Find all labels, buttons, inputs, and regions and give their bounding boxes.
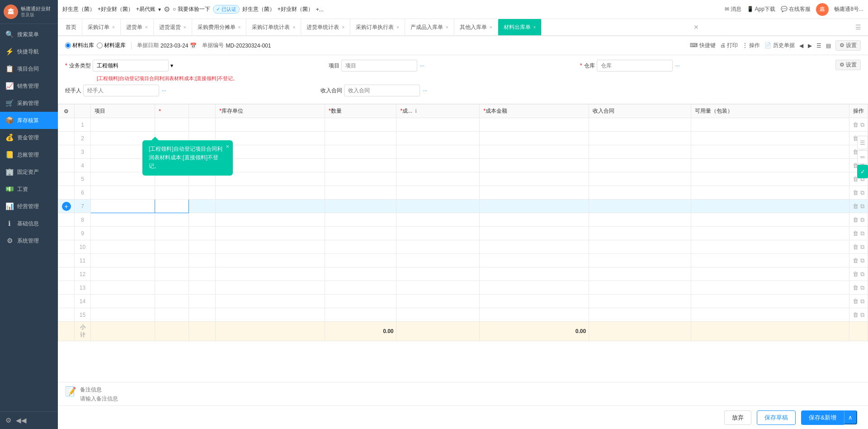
- tab-close-icon[interactable]: ×: [533, 25, 536, 30]
- cell-qty[interactable]: [325, 240, 396, 254]
- right-icon-2[interactable]: ✏: [857, 150, 868, 164]
- copy-icon[interactable]: ⧉: [860, 243, 864, 251]
- cell-income_contract[interactable]: [589, 200, 691, 213]
- cell-cost[interactable]: [396, 295, 480, 308]
- sidebar-item-basic-info[interactable]: ℹ 基础信息: [0, 215, 58, 232]
- cell-income_contract[interactable]: [589, 159, 691, 172]
- cell-material[interactable]: [155, 281, 189, 295]
- cell-cost[interactable]: [396, 186, 480, 200]
- sidebar-item-funds[interactable]: 💰 资金管理: [0, 129, 58, 146]
- topbar-settings-icon[interactable]: ⚙: [164, 5, 170, 14]
- cell-cost_amount[interactable]: [480, 240, 589, 254]
- cell-unit[interactable]: [216, 267, 325, 281]
- view-list-icon[interactable]: ☰: [816, 43, 821, 49]
- sidebar-item-system[interactable]: ⚙ 系统管理: [0, 232, 58, 249]
- cell-material[interactable]: [155, 267, 189, 281]
- cell-unit[interactable]: [216, 308, 325, 322]
- cell-cost_amount[interactable]: [480, 118, 589, 132]
- cell-material[interactable]: [155, 186, 189, 200]
- online-support-link[interactable]: 💬 在线客服: [781, 5, 811, 13]
- cell-unit[interactable]: [216, 254, 325, 267]
- cell-project[interactable]: [91, 295, 155, 308]
- tab-purchase-return[interactable]: 进货退货 ×: [154, 19, 192, 36]
- cell-qty[interactable]: [325, 200, 396, 213]
- cell-income_contract[interactable]: [589, 295, 691, 308]
- cell-qty[interactable]: [325, 132, 396, 145]
- cell-income_contract[interactable]: [589, 254, 691, 267]
- cell-project[interactable]: [91, 118, 155, 132]
- sidebar-item-payroll[interactable]: 💵 工资: [0, 181, 58, 198]
- sidebar-item-quick-nav[interactable]: ⚡ 快捷导航: [0, 43, 58, 60]
- sidebar-item-project[interactable]: 📋 项目合同: [0, 60, 58, 77]
- copy-icon[interactable]: ⧉: [860, 189, 864, 196]
- tab-product-inbound[interactable]: 产成品入库单 ×: [405, 19, 454, 36]
- cell-spec[interactable]: [189, 267, 216, 281]
- collapse-icon[interactable]: ◀◀: [16, 416, 27, 424]
- cell-qty[interactable]: [325, 267, 396, 281]
- cell-spec[interactable]: [189, 308, 216, 322]
- income-contract-input[interactable]: [344, 85, 420, 96]
- avatar[interactable]: 鑫: [816, 3, 829, 16]
- cell-cost_amount[interactable]: [480, 308, 589, 322]
- nav-prev-icon[interactable]: ◀: [799, 43, 803, 49]
- cell-unit[interactable]: [216, 240, 325, 254]
- tab-close-icon[interactable]: ×: [112, 25, 115, 30]
- delete-icon[interactable]: 🗑: [853, 298, 859, 305]
- message-link[interactable]: ✉ 消息: [725, 5, 741, 13]
- cell-income_contract[interactable]: [589, 227, 691, 240]
- delete-icon[interactable]: 🗑: [853, 284, 859, 291]
- nav-link-yidai[interactable]: +易代账: [136, 5, 156, 13]
- delete-icon[interactable]: 🗑: [853, 243, 859, 250]
- delete-icon[interactable]: 🗑: [853, 271, 859, 277]
- tab-close-icon[interactable]: ×: [145, 25, 148, 30]
- copy-icon[interactable]: ⧉: [860, 271, 864, 278]
- cell-income_contract[interactable]: [589, 186, 691, 200]
- shortcut-link[interactable]: ⌨ 快捷键: [690, 42, 715, 49]
- tab-purchase-receive[interactable]: 进货单 ×: [121, 19, 154, 36]
- sidebar-item-inventory[interactable]: 📦 库存核算: [0, 112, 58, 129]
- cell-cost_amount[interactable]: [480, 295, 589, 308]
- cell-cost[interactable]: [396, 267, 480, 281]
- nav-link-more[interactable]: +...: [316, 6, 324, 13]
- cell-cost_amount[interactable]: [480, 172, 589, 186]
- app-download-link[interactable]: 📱 App下载: [747, 5, 775, 13]
- delete-icon[interactable]: 🗑: [853, 189, 859, 196]
- project-input[interactable]: [341, 60, 417, 72]
- tab-close-icon[interactable]: ×: [490, 25, 492, 30]
- tab-close-icon[interactable]: ×: [292, 25, 295, 30]
- cell-project[interactable]: [91, 267, 155, 281]
- tab-close-icon[interactable]: ×: [396, 25, 399, 30]
- cell-qty[interactable]: [325, 254, 396, 267]
- cell-qty[interactable]: [325, 186, 396, 200]
- cell-income_contract[interactable]: [589, 267, 691, 281]
- save-draft-button[interactable]: 保存草稿: [757, 410, 796, 425]
- cell-spec[interactable]: [189, 186, 216, 200]
- right-icon-3[interactable]: ✓: [857, 165, 868, 178]
- nav-next-icon[interactable]: ▶: [808, 43, 812, 49]
- sidebar-item-operations[interactable]: 📊 经营管理: [0, 198, 58, 215]
- cell-cost[interactable]: [396, 145, 480, 159]
- tab-purchase-stats[interactable]: 采购订单统计表 ×: [246, 19, 301, 36]
- cell-qty[interactable]: [325, 172, 396, 186]
- cell-available[interactable]: [691, 281, 849, 295]
- cell-material[interactable]: [155, 308, 189, 322]
- warehouse-input[interactable]: [597, 60, 673, 72]
- cell-income_contract[interactable]: [589, 308, 691, 322]
- cell-cost[interactable]: [396, 200, 480, 213]
- setting-button[interactable]: ⚙ 设置: [835, 40, 861, 51]
- settings-bottom-icon[interactable]: ⚙: [5, 416, 11, 424]
- copy-icon[interactable]: ⧉: [860, 203, 864, 210]
- tab-close-icon[interactable]: ×: [446, 25, 448, 30]
- cell-cost_amount[interactable]: [480, 227, 589, 240]
- nav-link-shengyi[interactable]: 好生意（菌）: [62, 5, 95, 13]
- view-detail-icon[interactable]: ▤: [826, 43, 831, 49]
- cell-income_contract[interactable]: [589, 145, 691, 159]
- cell-cost[interactable]: [396, 254, 480, 267]
- cell-cost_amount[interactable]: [480, 132, 589, 145]
- cell-cost[interactable]: [396, 281, 480, 295]
- cell-material[interactable]: [155, 240, 189, 254]
- radio-out-label[interactable]: 材料出库: [65, 42, 94, 49]
- tabs-menu-icon[interactable]: ☰: [851, 24, 866, 31]
- copy-icon[interactable]: ⧉: [860, 121, 864, 129]
- business-type-input[interactable]: [93, 60, 169, 72]
